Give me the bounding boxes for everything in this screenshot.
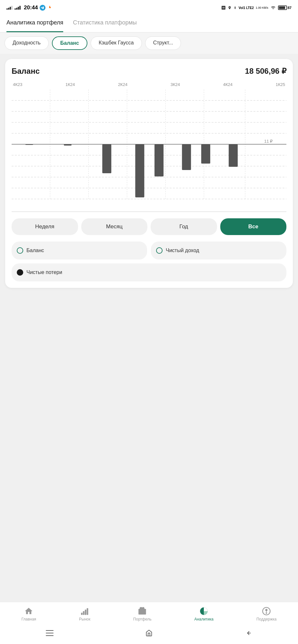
svg-rect-27 <box>83 611 84 615</box>
bottom-navigation: Главная Рынок Портф <box>0 602 298 625</box>
balance-chart: 11 ₽ <box>12 90 286 212</box>
card-value: 18 506,96 ₽ <box>245 67 286 76</box>
support-icon <box>262 607 271 616</box>
svg-rect-24 <box>201 144 210 164</box>
filter-tab-yield[interactable]: Доходность <box>5 36 49 50</box>
svg-rect-21 <box>135 144 144 197</box>
tab-platform-stats[interactable]: Статистика платформы <box>73 14 137 32</box>
chart-labels: 4К23 1К24 2К24 3К24 4К24 1К25 <box>12 82 286 87</box>
svg-rect-34 <box>46 635 54 636</box>
svg-rect-28 <box>85 610 86 615</box>
analytics-icon <box>199 607 208 616</box>
chart-label-1: 1К24 <box>65 82 75 87</box>
period-month-button[interactable]: Месяц <box>81 218 148 235</box>
svg-rect-18 <box>25 144 33 145</box>
nav-home-label: Главная <box>21 617 36 621</box>
svg-rect-33 <box>46 633 54 633</box>
battery-indicator: 87 <box>278 5 292 10</box>
legend-net-loss-label: Чистые потери <box>26 270 62 275</box>
nav-analytics-label: Аналитика <box>194 617 214 621</box>
location-icon <box>228 5 232 10</box>
nav-portfolio[interactable]: Портфель <box>133 607 152 621</box>
period-week-button[interactable]: Неделя <box>12 218 78 235</box>
nfc-icon <box>221 5 226 10</box>
back-icon[interactable] <box>244 629 253 638</box>
chart-label-5: 1К25 <box>276 82 285 87</box>
status-left: 20:44 <box>6 5 53 11</box>
main-content: Баланс 18 506,96 ₽ 4К23 1К24 2К24 3К24 4… <box>0 54 298 448</box>
signal-bars-2 <box>15 6 21 10</box>
svg-rect-23 <box>182 144 191 170</box>
wifi-icon <box>270 5 276 10</box>
chart-label-2: 2К24 <box>118 82 127 87</box>
signal-bars-1 <box>6 6 13 10</box>
filter-tab-balance[interactable]: Баланс <box>52 36 87 50</box>
svg-text:11 ₽: 11 ₽ <box>264 139 273 144</box>
tab-analytics-portfolio[interactable]: Аналитика портфеля <box>6 14 63 32</box>
legend-net-income-button[interactable]: Чистый доход <box>151 242 286 260</box>
svg-rect-26 <box>81 613 83 615</box>
svg-rect-25 <box>229 144 238 167</box>
svg-point-31 <box>266 613 267 613</box>
filter-tab-cashback[interactable]: Кэшбек Гаусса <box>91 36 142 50</box>
balance-card: Баланс 18 506,96 ₽ 4К23 1К24 2К24 3К24 4… <box>5 59 293 288</box>
legend-balance-label: Баланс <box>26 248 44 253</box>
menu-icon[interactable] <box>45 629 54 638</box>
legend-net-loss-button[interactable]: Чистые потери <box>12 263 286 281</box>
system-bar <box>0 625 298 644</box>
top-navigation: Аналитика портфеля Статистика платформы <box>0 14 298 33</box>
chart-svg: 11 ₽ <box>12 90 286 199</box>
legend-net-income-label: Чистый доход <box>166 248 199 253</box>
nav-analytics[interactable]: Аналитика <box>194 607 214 621</box>
telegram-icon <box>40 5 45 11</box>
period-buttons: Неделя Месяц Год Все <box>12 218 286 235</box>
nav-portfolio-label: Портфель <box>133 617 152 621</box>
chart-label-3: 3К24 <box>171 82 180 87</box>
fire-icon <box>47 5 53 11</box>
svg-rect-20 <box>102 144 111 173</box>
nav-market-label: Рынок <box>79 617 90 621</box>
nav-support[interactable]: Поддержка <box>256 607 277 621</box>
status-bar: 20:44 Vol1 LTE2 1.00 KB/s 87 <box>0 0 298 14</box>
filter-tabs-row: Доходность Баланс Кэшбек Гаусса Структ..… <box>0 33 298 54</box>
chart-label-4: 4К24 <box>223 82 233 87</box>
status-time: 20:44 <box>24 5 38 11</box>
filter-tab-structure[interactable]: Структ... <box>145 36 181 50</box>
nav-support-label: Поддержка <box>256 617 277 621</box>
bottom-area: Главная Рынок Портф <box>0 602 298 644</box>
home-icon <box>24 607 33 616</box>
status-right: Vol1 LTE2 1.00 KB/s 87 <box>221 5 292 10</box>
card-header: Баланс 18 506,96 ₽ <box>12 67 286 76</box>
balance-circle-icon <box>17 247 23 254</box>
svg-rect-19 <box>64 144 72 146</box>
bluetooth-icon <box>233 5 237 10</box>
svg-rect-22 <box>154 144 164 176</box>
network-indicator: Vol1 LTE2 <box>239 6 254 10</box>
legend-balance-button[interactable]: Баланс <box>12 242 147 260</box>
battery-percent: 87 <box>288 6 292 10</box>
home-system-icon[interactable] <box>144 629 154 638</box>
period-all-button[interactable]: Все <box>220 218 287 235</box>
chart-label-0: 4К23 <box>13 82 22 87</box>
portfolio-icon <box>138 607 147 616</box>
net-loss-circle-icon <box>17 269 23 276</box>
net-income-circle-icon <box>156 247 163 254</box>
market-icon <box>80 607 89 616</box>
svg-rect-32 <box>46 630 54 631</box>
speed-indicator: 1.00 KB/s <box>256 6 268 9</box>
nav-market[interactable]: Рынок <box>79 607 90 621</box>
period-year-button[interactable]: Год <box>151 218 217 235</box>
svg-rect-29 <box>86 608 88 615</box>
legend-row-1: Баланс Чистый доход <box>12 242 286 260</box>
nav-home[interactable]: Главная <box>21 607 36 621</box>
card-title: Баланс <box>12 67 40 76</box>
